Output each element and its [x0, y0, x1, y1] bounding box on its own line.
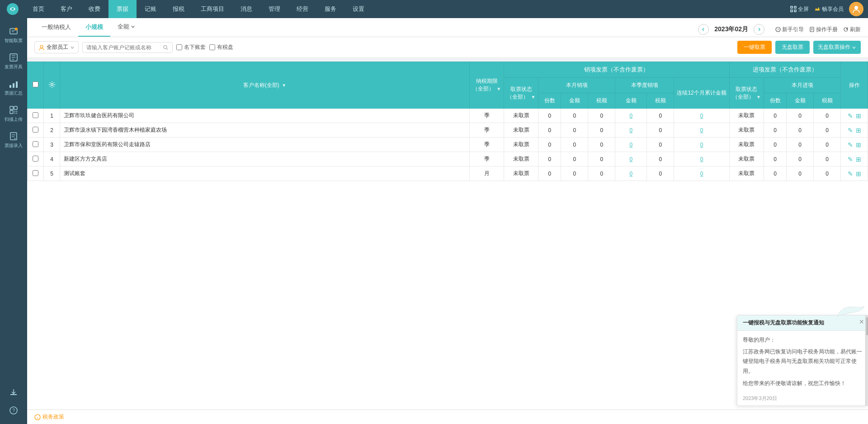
nav-fee[interactable]: 收费 — [80, 0, 108, 18]
row-edit-icon-3[interactable]: ✎ — [848, 156, 853, 163]
info-icon: i — [34, 414, 41, 420]
sidebar-item-entry[interactable]: 票据录入 — [0, 128, 27, 152]
row-edit-icon-2[interactable]: ✎ — [848, 141, 853, 148]
nav-customer[interactable]: 客户 — [52, 0, 80, 18]
nav-invoice[interactable]: 票据 — [108, 0, 137, 18]
refresh-button[interactable]: 刷新 — [843, 26, 861, 33]
row-checkbox-4[interactable] — [28, 167, 44, 181]
top-nav: 首页 客户 收费 票据 记账 报税 工商项目 消息 管理 经营 服务 设置 全屏… — [0, 0, 868, 18]
row-checkbox-2[interactable] — [28, 138, 44, 152]
row-sales-season-amount-3[interactable]: 0 — [615, 152, 647, 167]
bottom-bar[interactable]: i 税务政策 — [27, 410, 868, 424]
search-input[interactable] — [86, 44, 161, 51]
checkbox-account[interactable]: 名下账套 — [176, 43, 206, 51]
notification-apology: 给您带来的不便敬请谅解，祝您工作愉快！ — [743, 379, 863, 389]
row-sales-season-amount-0[interactable]: 0 — [615, 109, 647, 123]
row-detail-icon-3[interactable]: ⊞ — [856, 156, 861, 163]
row-detail-icon-2[interactable]: ⊞ — [856, 141, 861, 148]
employee-select[interactable]: 全部员工 — [34, 41, 79, 53]
row-income-status-2: 未取票 — [729, 138, 764, 152]
checkbox-tax-disk-input[interactable] — [209, 44, 215, 50]
row-tax-period-4: 月 — [469, 167, 504, 181]
nav-message[interactable]: 消息 — [232, 0, 260, 18]
row-sales-season-amount-1[interactable]: 0 — [615, 123, 647, 138]
col-tax-period: 纳税期限（全部） ▼ — [469, 62, 504, 109]
nav-service[interactable]: 服务 — [316, 0, 344, 18]
checkbox-tax-disk[interactable]: 有税盘 — [209, 43, 233, 51]
sales-status-filter-icon[interactable]: ▼ — [531, 95, 535, 100]
table-body: 1 卫辉市玖玖健合医药有限公司 季 未取票 0 0 0 0 0 0 未取票 0 … — [28, 109, 868, 181]
sidebar-item-summary[interactable]: 票据汇总 — [0, 75, 27, 100]
diskless-ticket-button[interactable]: 无盘取票 — [775, 41, 810, 54]
avatar[interactable] — [849, 2, 863, 16]
row-sales-season-amount-4[interactable]: 0 — [615, 167, 647, 181]
sidebar-item-smart-ticket[interactable]: ! 智能取票 — [0, 23, 27, 47]
row-sales-season-amount-2[interactable]: 0 — [615, 138, 647, 152]
row-detail-icon-0[interactable]: ⊞ — [856, 112, 861, 119]
row-detail-icon-4[interactable]: ⊞ — [856, 170, 861, 177]
table-row: 4 新建区方方文具店 季 未取票 0 0 0 0 0 0 未取票 0 0 0 ✎… — [28, 152, 868, 167]
row-income-month-amount-1: 0 — [787, 123, 814, 138]
fullscreen-button[interactable]: 全屏 — [790, 5, 809, 13]
row-detail-icon-1[interactable]: ⊞ — [856, 127, 861, 134]
col-sales-season: 本季度销项 — [615, 78, 674, 93]
search-box[interactable] — [82, 42, 173, 53]
row-sales-year-4[interactable]: 0 — [674, 167, 729, 181]
nav-accounting[interactable]: 记账 — [137, 0, 165, 18]
manual-button[interactable]: 操作手册 — [809, 26, 838, 33]
next-month-button[interactable] — [754, 24, 764, 35]
nav-settings[interactable]: 设置 — [344, 0, 373, 18]
sidebar-download-button[interactable] — [0, 384, 27, 400]
customer-filter-icon[interactable]: ▼ — [282, 83, 286, 88]
tab-small-scale[interactable]: 小规模 — [78, 18, 110, 37]
nav-items: 首页 客户 收费 票据 记账 报税 工商项目 消息 管理 经营 服务 设置 — [24, 0, 790, 18]
sidebar-help-button[interactable]: ? — [0, 402, 27, 419]
nav-tax[interactable]: 报税 — [165, 0, 193, 18]
current-month: 2023年02月 — [711, 25, 752, 33]
sidebar-item-issue-invoice[interactable]: 发票开具 — [0, 49, 27, 73]
row-income-month-tax-3: 0 — [814, 152, 841, 167]
diskless-ticket-ops-button[interactable]: 无盘取票操作 — [813, 41, 861, 54]
row-edit-icon-1[interactable]: ✎ — [848, 127, 853, 134]
nav-business[interactable]: 工商项目 — [193, 0, 232, 18]
notification-scrollbar[interactable] — [865, 315, 868, 405]
row-sales-status-4: 未取票 — [504, 167, 538, 181]
row-no-2: 3 — [44, 138, 60, 152]
row-checkbox-0[interactable] — [28, 109, 44, 123]
svg-text:!: ! — [15, 28, 16, 31]
guide-button[interactable]: ? 新手引导 — [775, 26, 804, 33]
vip-button[interactable]: 畅享会员 — [814, 5, 844, 13]
notification-scrollbar-thumb[interactable] — [866, 317, 868, 335]
row-edit-icon-0[interactable]: ✎ — [848, 112, 853, 119]
logo[interactable] — [5, 1, 21, 17]
search-icon[interactable] — [163, 44, 169, 51]
col-settings[interactable] — [44, 62, 60, 109]
tab-all[interactable]: 全能 — [110, 18, 142, 37]
tab-general-taxpayer[interactable]: 一般纳税人 — [34, 18, 78, 37]
svg-rect-18 — [16, 111, 17, 112]
row-sales-year-3[interactable]: 0 — [674, 152, 729, 167]
row-checkbox-3[interactable] — [28, 152, 44, 167]
sidebar-label-entry: 票据录入 — [5, 143, 23, 148]
row-edit-icon-4[interactable]: ✎ — [848, 170, 853, 177]
nav-operation[interactable]: 经营 — [288, 0, 316, 18]
tax-period-filter-icon[interactable]: ▼ — [496, 86, 501, 91]
nav-home[interactable]: 首页 — [24, 0, 52, 18]
nav-manage[interactable]: 管理 — [260, 0, 288, 18]
one-click-ticket-button[interactable]: 一键取票 — [737, 41, 772, 54]
row-sales-year-2[interactable]: 0 — [674, 138, 729, 152]
select-all-checkbox[interactable] — [33, 81, 38, 87]
income-status-filter-icon[interactable]: ▼ — [756, 95, 761, 100]
svg-rect-5 — [794, 10, 796, 12]
notification-close-button[interactable]: ✕ — [859, 318, 864, 325]
row-sales-month-amount-4: 0 — [561, 167, 588, 181]
row-sales-year-1[interactable]: 0 — [674, 123, 729, 138]
row-no-3: 4 — [44, 152, 60, 167]
prev-month-button[interactable] — [698, 24, 709, 35]
row-sales-season-tax-0: 0 — [647, 109, 674, 123]
checkbox-account-input[interactable] — [176, 44, 182, 50]
row-checkbox-1[interactable] — [28, 123, 44, 138]
sidebar-item-scan[interactable]: 扫描上传 — [0, 101, 27, 126]
row-income-month-shares-3: 0 — [764, 152, 787, 167]
row-sales-year-0[interactable]: 0 — [674, 109, 729, 123]
